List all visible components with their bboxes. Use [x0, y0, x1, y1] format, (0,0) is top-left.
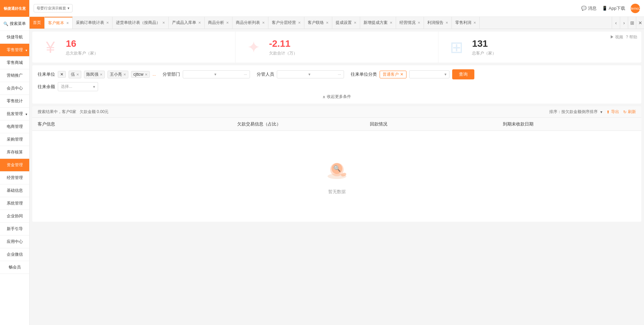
tab-commission-setting[interactable]: 提成设置 ✕ — [332, 17, 360, 29]
close-tab-new-commission[interactable]: ✕ — [390, 21, 392, 25]
close-tab-customer-ledger[interactable]: ✕ — [66, 21, 69, 25]
filter-dept-select[interactable]: ▾ ··· — [183, 70, 250, 78]
filter-row-2: 往来余额 选择... ▾ — [38, 82, 636, 91]
sidebar-item-inventory[interactable]: 库存核算 — [0, 146, 29, 159]
export-btn[interactable]: ⬆ 导出 — [606, 109, 619, 115]
svg-text:🔍: 🔍 — [333, 165, 341, 172]
topbar: 母婴行业演示账套 ▾ 💬 消息 📱 App下载 demo2 — [30, 0, 644, 17]
help-btn[interactable]: ? 帮助 — [626, 34, 637, 40]
dept-select-dots: ··· — [244, 72, 247, 76]
tab-next-arrow[interactable]: › — [620, 17, 628, 29]
stat-value-debt: -2.11 — [269, 38, 297, 49]
remove-classify-tag[interactable]: ✕ — [400, 72, 403, 77]
tab-profit-report[interactable]: 利润报告 ✕ — [424, 17, 452, 29]
remove-tag-wang[interactable]: ✕ — [123, 73, 126, 76]
sidebar-item-wholesale[interactable]: 批发管理 — [0, 108, 29, 120]
tab-operation[interactable]: 经营情况 ✕ — [396, 17, 424, 29]
filter-tag-wu[interactable]: 伍 ✕ — [69, 71, 81, 78]
close-tab-retail-profit[interactable]: ✕ — [473, 21, 476, 25]
close-tab-stock-stats[interactable]: ✕ — [162, 21, 165, 25]
close-tab-operation[interactable]: ✕ — [418, 21, 420, 25]
remove-tag-chen[interactable]: ✕ — [100, 73, 102, 76]
tab-customer-ledger[interactable]: 客户账本 ✕ — [45, 17, 73, 29]
export-icon: ⬆ — [606, 110, 610, 114]
collapse-area: ∧ 收起更多条件 — [38, 94, 636, 100]
sidebar-item-operations[interactable]: 经营管理 — [0, 172, 29, 184]
filter-classify-tag[interactable]: 普通客户 ✕ — [380, 71, 406, 78]
sidebar-search-menu[interactable]: 🔍 搜索菜单 — [0, 17, 29, 31]
tab-product-analysis-list[interactable]: 商品分析列表 ✕ — [232, 17, 268, 29]
query-button[interactable]: 查询 — [452, 69, 474, 79]
close-tab-commission-setting[interactable]: ✕ — [354, 21, 356, 25]
tab-purchase-order[interactable]: 采购订单统计表 ✕ — [73, 17, 113, 29]
tab-retail-profit[interactable]: 零售利润 ✕ — [452, 17, 480, 29]
sidebar-item-beginner[interactable]: 新手引导 — [0, 223, 29, 236]
tab-new-commission[interactable]: 新增提成方案 ✕ — [360, 17, 396, 29]
collapse-btn[interactable]: ∧ 收起更多条件 — [323, 94, 351, 100]
filter-person-select[interactable]: ▾ ··· — [277, 70, 344, 78]
stat-value-customers: 16 — [66, 38, 98, 49]
app-download-btn[interactable]: 📱 App下载 — [602, 5, 625, 11]
tab-home[interactable]: 首页 — [30, 17, 45, 29]
sidebar-item-app-center[interactable]: 应用中心 — [0, 236, 29, 248]
stat-label-debt: 欠款合计（万） — [269, 50, 297, 56]
video-btn[interactable]: ▶ 视频 — [610, 34, 623, 40]
tab-close-all[interactable]: ✕ — [636, 17, 644, 29]
sidebar-item-member[interactable]: 会员中心 — [0, 82, 29, 95]
tab-expand-arrow[interactable]: ⊞ — [628, 17, 636, 29]
close-tab-customer-layer[interactable]: ✕ — [298, 21, 301, 25]
empty-text: 暂无数据 — [328, 189, 346, 195]
sidebar-item-ecommerce[interactable]: 电商管理 — [0, 120, 29, 133]
tab-customer-contact[interactable]: 客户联络 ✕ — [304, 17, 332, 29]
sidebar-item-member2[interactable]: 畅会员 — [0, 261, 29, 274]
topbar-right: 💬 消息 📱 App下载 demo2 — [581, 4, 640, 13]
phone-icon: 📱 — [602, 6, 607, 11]
person-select-arrow: ▾ — [308, 72, 310, 77]
sidebar-item-marketing[interactable]: 营销推广 — [0, 69, 29, 82]
collapse-icon: ∧ — [323, 95, 326, 99]
th-repayment: 回款情况 — [370, 121, 503, 127]
close-tab-profit-report[interactable]: ✕ — [445, 21, 448, 25]
account-selector[interactable]: 母婴行业演示账套 ▾ — [34, 4, 73, 12]
remove-tag-cjttcw[interactable]: ✕ — [145, 73, 147, 76]
filter-tag-cjttcw[interactable]: cjttcw ✕ — [131, 71, 150, 78]
more-tags-btn[interactable]: ... — [153, 72, 156, 77]
filter-classify-select[interactable]: ▾ — [409, 70, 449, 78]
close-tab-product-analysis-list[interactable]: ✕ — [262, 21, 265, 25]
filter-tag-unit-prefix[interactable]: ✕ — [58, 71, 66, 78]
sidebar-item-retail-stats[interactable]: 零售统计 — [0, 95, 29, 108]
sidebar-item-system[interactable]: 系统管理 — [0, 197, 29, 210]
close-tab-purchase-order[interactable]: ✕ — [106, 21, 109, 25]
stat-label-total: 总客户（家） — [472, 50, 496, 56]
filter-unit-label: 往来单位 — [38, 71, 55, 77]
filter-bar: 往来单位 ✕ 伍 ✕ 陈民强 ✕ 王小亮 ✕ cjttcw — [32, 65, 641, 104]
sidebar-item-finance[interactable]: 资金管理 — [0, 159, 29, 172]
th-debt-info: 欠款交易信息（占比） — [237, 121, 370, 127]
filter-balance-select[interactable]: 选择... ▾ — [58, 82, 98, 91]
stat-card-debt: ✦ -2.11 欠款合计（万） — [235, 32, 439, 63]
remove-tag-wu[interactable]: ✕ — [76, 73, 79, 76]
close-tab-customer-contact[interactable]: ✕ — [326, 21, 329, 25]
chevron-down-icon: ▾ — [68, 6, 70, 10]
filter-tag-chen[interactable]: 陈民强 ✕ — [84, 71, 105, 78]
sidebar-item-retail-mgmt[interactable]: 零售管理 — [0, 44, 29, 57]
sidebar-item-weixin[interactable]: 企业微信 — [0, 248, 29, 261]
tab-prev-arrow[interactable]: ‹ — [612, 17, 620, 29]
message-btn[interactable]: 💬 消息 — [581, 5, 597, 11]
tab-product-inbound[interactable]: 产成品入库单 ✕ — [169, 17, 205, 29]
sidebar-item-basic-info[interactable]: 基础信息 — [0, 184, 29, 197]
tab-product-analysis[interactable]: 商品分析 ✕ — [205, 17, 232, 29]
filter-tag-wang[interactable]: 王小亮 ✕ — [108, 71, 128, 78]
refresh-btn[interactable]: ↻ 刷新 — [623, 109, 636, 115]
sidebar-item-purchase[interactable]: 采购管理 — [0, 133, 29, 146]
close-tab-product-inbound[interactable]: ✕ — [198, 21, 201, 25]
tab-stock-stats[interactable]: 进货单统计表（按商品） ✕ — [113, 17, 169, 29]
sidebar-item-enterprise[interactable]: 企业协同 — [0, 210, 29, 223]
avatar[interactable]: demo2 — [631, 4, 640, 13]
sort-area[interactable]: 排序：按欠款金额倒序排序 ▾ — [549, 109, 602, 115]
close-tab-product-analysis[interactable]: ✕ — [226, 21, 229, 25]
main-area: 母婴行业演示账套 ▾ 💬 消息 📱 App下载 demo2 首页 客户账本 ✕ — [30, 0, 644, 325]
sidebar-item-retail-mall[interactable]: 零售商城 — [0, 57, 29, 69]
tab-customer-layer[interactable]: 客户分层经营 ✕ — [268, 17, 304, 29]
sidebar-item-quick-nav[interactable]: 快捷导航 — [0, 31, 29, 44]
